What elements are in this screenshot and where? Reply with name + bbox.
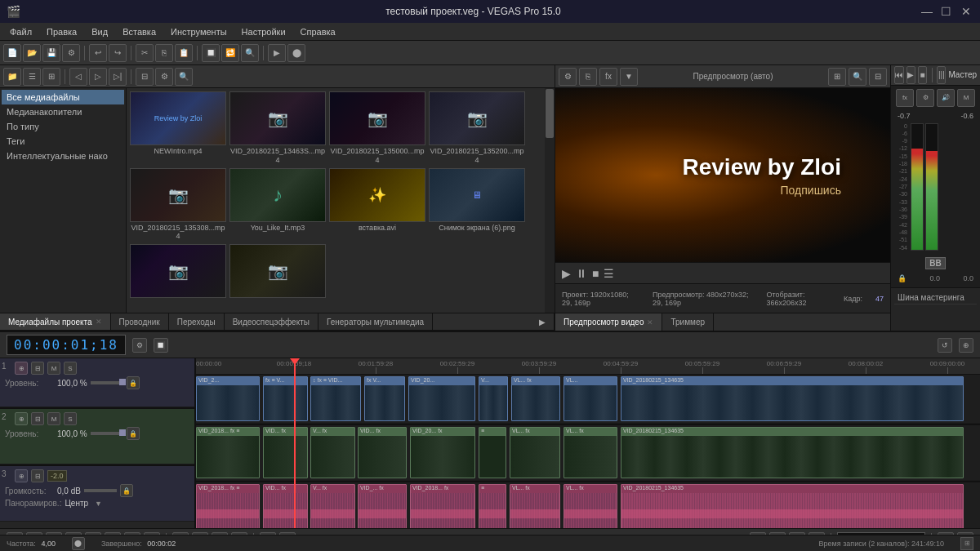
clip-a3-7[interactable]: VL... fx — [510, 484, 560, 528]
tree-item-smart[interactable]: Интеллектуальные нако — [2, 149, 124, 163]
preview-pause-btn[interactable]: ⏸ — [576, 267, 587, 280]
media-thumb-mp3[interactable]: ♪ You_Like_It.mp3 — [229, 168, 326, 242]
media-thumb-intro[interactable]: Review by Zloi NEWIntro.mp4 — [130, 91, 226, 165]
tl-loop-btn[interactable]: ↺ — [938, 338, 952, 353]
track-1-lock-btn[interactable]: 🔒 — [127, 376, 140, 389]
track-1-icon-btn2[interactable]: ⊟ — [31, 362, 44, 375]
clip-a3-1[interactable]: VID_2018... fx ≡ — [196, 484, 260, 528]
clip-a3-6[interactable]: ≡ — [479, 484, 506, 528]
clip-v2-5[interactable]: VID_20... fx — [410, 427, 475, 478]
cut-button[interactable]: ✂ — [136, 44, 154, 62]
master-stop-btn[interactable]: ■ — [918, 66, 927, 84]
zoom-button[interactable]: 🔍 — [241, 44, 259, 62]
track-2-solo-btn[interactable]: S — [64, 412, 77, 425]
status-record-btn[interactable]: ⬤ — [72, 537, 85, 550]
preview-channel-btn[interactable]: ⊟ — [869, 68, 887, 86]
paste-button[interactable]: 📋 — [175, 44, 193, 62]
clip-v2-1[interactable]: VID_2018... fx ≡ — [196, 427, 260, 478]
tree-item-drives[interactable]: Медианакопители — [2, 104, 124, 119]
tab-close-media[interactable]: ✕ — [96, 318, 102, 326]
clip-a3-5[interactable]: VID_2018... fx — [410, 484, 475, 528]
clip-v2-8[interactable]: VL... fx — [564, 427, 617, 478]
media-grid-btn[interactable]: ⊞ — [42, 68, 60, 86]
tl-mix-btn[interactable]: ⊕ — [959, 338, 973, 353]
track-3-icon-btn2[interactable]: ⊟ — [31, 469, 44, 482]
menu-file[interactable]: Файл — [3, 25, 38, 38]
clip-v2-9[interactable]: VID_20180215_134635 — [621, 427, 964, 478]
track-1-slider-thumb[interactable] — [119, 379, 126, 385]
pan-dropdown[interactable]: ▼ — [95, 500, 102, 508]
preview-copy-btn[interactable]: ⎘ — [579, 68, 597, 86]
tab-media-files[interactable]: Медиафайлы проекта ✕ — [0, 313, 111, 330]
menu-view[interactable]: Вид — [85, 25, 114, 38]
clip-v1-1[interactable]: VID_2... — [196, 376, 260, 421]
tab-trimmer[interactable]: Триммер — [662, 313, 714, 331]
media-next-btn[interactable]: ▷| — [109, 68, 127, 86]
menu-insert[interactable]: Вставка — [116, 25, 163, 38]
timecode-display[interactable]: 00:00:01;18 — [7, 335, 126, 355]
media-thumb-vid2[interactable]: 📷 VID_20180215_135000...mp4 — [329, 91, 425, 165]
clip-v1-8[interactable]: VL... — [564, 376, 617, 421]
clip-v2-3[interactable]: V... fx — [310, 427, 355, 478]
preview-grid-btn[interactable]: ⊞ — [828, 68, 846, 86]
track-2-lock-btn[interactable]: 🔒 — [127, 427, 140, 440]
clip-a3-9[interactable]: VID_20180215_134635 — [621, 484, 964, 528]
clip-a3-3[interactable]: V... fx — [310, 484, 355, 528]
close-button[interactable]: ✕ — [959, 4, 973, 19]
track-1-mute-btn[interactable]: M — [47, 362, 60, 375]
clip-v1-9[interactable]: VID_20180215_134635 — [621, 376, 964, 421]
preview-fx-btn[interactable]: fx — [599, 68, 617, 86]
status-expand-btn[interactable]: ⊞ — [960, 537, 973, 550]
media-thumb-more1[interactable]: 📷 — [130, 244, 226, 300]
undo-button[interactable]: ↩ — [89, 44, 107, 62]
clip-v2-2[interactable]: VID... fx — [263, 427, 308, 478]
track-content[interactable]: 00:00:00:00 00:00:59;18 00:01:59:28 00:0… — [196, 358, 980, 528]
preview-stop-btn[interactable]: ■ — [592, 267, 599, 280]
track-3-volume-slider[interactable] — [84, 489, 117, 492]
preview-play-btn[interactable]: ▶ — [562, 267, 571, 280]
scrollbar-thumb[interactable] — [546, 89, 554, 138]
track-2-icon-btn1[interactable]: ⊕ — [15, 412, 28, 425]
master-fx-btn1[interactable]: fx — [896, 89, 914, 107]
clip-a3-2[interactable]: VID... fx — [263, 484, 308, 528]
menu-edit[interactable]: Правка — [40, 25, 83, 38]
media-prev-btn[interactable]: ◁ — [69, 68, 87, 86]
tab-explorer[interactable]: Проводник — [111, 313, 169, 330]
clip-v1-5[interactable]: VID_20... — [408, 376, 475, 421]
loop-button[interactable]: 🔁 — [221, 44, 239, 62]
tab-transitions[interactable]: Переходы — [169, 313, 225, 330]
new-button[interactable]: 📄 — [3, 44, 21, 62]
track-2-icon-btn2[interactable]: ⊟ — [31, 412, 44, 425]
track-2-mute-btn[interactable]: M — [47, 412, 60, 425]
media-thumb-vid3[interactable]: 📷 VID_20180215_135200...mp4 — [429, 91, 525, 165]
tl-snap-btn[interactable]: 🔲 — [154, 338, 168, 353]
clip-v1-3[interactable]: ↕ fx ≡ VID... — [310, 376, 361, 421]
media-thumb-png[interactable]: 🖥 Снимок экрана (6).png — [429, 168, 525, 242]
maximize-button[interactable]: ☐ — [939, 4, 954, 19]
clip-v2-4[interactable]: VID... fx — [358, 427, 407, 478]
clip-v1-4[interactable]: fx V... — [364, 376, 405, 421]
media-list-btn[interactable]: ☰ — [23, 68, 41, 86]
media-settings-btn[interactable]: ⚙ — [155, 68, 173, 86]
track-3-lock-btn[interactable]: 🔒 — [120, 484, 133, 497]
preview-dropdown-btn[interactable]: ▼ — [620, 68, 638, 86]
clip-v1-6[interactable]: V... — [479, 376, 508, 421]
properties-button[interactable]: ⚙ — [62, 44, 80, 62]
tab-generators[interactable]: Генераторы мультимедиа — [318, 313, 433, 330]
tree-item-tags[interactable]: Теги — [2, 134, 124, 149]
media-thumb-avi[interactable]: ✨ вставка.avi — [329, 168, 425, 242]
clip-v1-7[interactable]: VL... fx — [511, 376, 560, 421]
media-search-btn[interactable]: 🔍 — [175, 68, 193, 86]
clip-v2-6[interactable]: ≡ — [479, 427, 506, 478]
media-thumb-more2[interactable]: 📷 — [229, 244, 326, 300]
track-3-db-badge[interactable]: -2.0 — [47, 470, 67, 482]
minimize-button[interactable]: — — [920, 4, 934, 19]
media-play-btn[interactable]: ▷ — [89, 68, 107, 86]
master-prev-btn[interactable]: ⏮ — [894, 66, 904, 84]
master-fx-btn3[interactable]: 🔊 — [937, 89, 955, 107]
tab-video-fx[interactable]: Видеоспецэффекты — [225, 313, 318, 330]
render-button[interactable]: ▶ — [268, 44, 286, 62]
snap-button[interactable]: 🔲 — [202, 44, 220, 62]
tl-settings-btn[interactable]: ⚙ — [132, 338, 147, 353]
master-mixer-btn[interactable]: ||| — [937, 66, 946, 84]
